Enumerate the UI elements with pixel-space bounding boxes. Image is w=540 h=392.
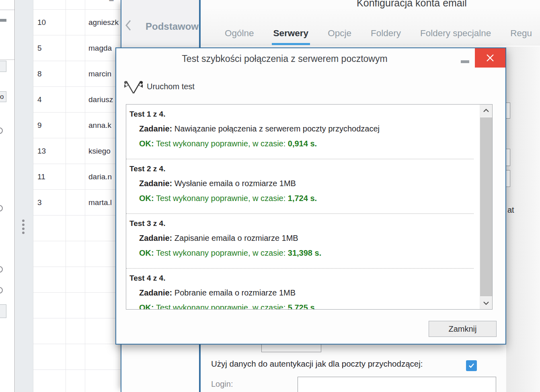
x-icon (485, 53, 495, 63)
tab[interactable]: Opcje (328, 28, 351, 45)
row-spacer-cell (66, 113, 85, 138)
speed-test-dialog: Test szybkości połączenia z serwerem poc… (115, 47, 506, 345)
left-fragment-radio-icon (0, 287, 3, 293)
left-fragment-radio-icon (0, 127, 3, 134)
row-drag-handle-icon[interactable] (22, 220, 25, 234)
row-id-cell (33, 370, 66, 392)
test-header: Test 2 z 4. (129, 164, 474, 173)
row-id-cell: 8 (33, 61, 66, 86)
test-results-list: Test 1 z 4. Zadanie: Nawiązanie połączen… (126, 104, 493, 310)
dialog-title: Test szybkości połączenia z serwerem poc… (116, 53, 453, 64)
row-spacer-cell (66, 318, 85, 344)
test-task-line: Zadanie: Nawiązanie połączenia z serwere… (139, 124, 474, 133)
tab-bar: Ogólne Serwery Opcje Foldery Foldery spe… (201, 9, 540, 45)
run-test-label: Uruchom test (147, 82, 195, 91)
test-result-item: Test 3 z 4. Zadanie: Zapisanie emaila o … (126, 214, 474, 269)
auth-checkbox-label: Użyj danych do autentykacji jak dla pocz… (211, 359, 423, 369)
checkered-flags-icon (124, 77, 143, 96)
checkmark-icon (468, 362, 475, 369)
row-id-cell: 3 (33, 190, 66, 215)
row-spacer-cell (66, 293, 85, 318)
test-ok-line: OK: Test wykonany poprawnie, w czasie: 5… (139, 303, 474, 310)
row-id-cell (33, 318, 66, 344)
hidden-input-edge (506, 103, 510, 119)
row-id-cell (33, 241, 66, 267)
tab[interactable]: Regu (510, 28, 532, 45)
hidden-input-edge (506, 149, 510, 166)
tab[interactable]: Ogólne (225, 28, 254, 45)
row-spacer-cell (66, 267, 85, 292)
test-result-item: Test 1 z 4. Zadanie: Nawiązanie połączen… (126, 105, 474, 159)
left-fragment-box: o (0, 91, 6, 102)
row-id-cell (33, 267, 66, 292)
row-spacer-cell (66, 35, 85, 61)
scrollbar-thumb[interactable] (480, 117, 492, 296)
row-id-cell: 2 (33, 0, 66, 9)
test-header: Test 4 z 4. (129, 273, 474, 283)
tab[interactable]: Serwery (273, 28, 309, 45)
back-chevron-icon[interactable] (125, 19, 133, 31)
row-id-cell: 10 (33, 10, 66, 35)
test-header: Test 3 z 4. (129, 219, 474, 228)
row-spacer-cell (66, 344, 85, 369)
scroll-down-icon[interactable] (480, 297, 492, 309)
scroll-up-icon[interactable] (480, 105, 492, 117)
panel-title: Podstawowe (146, 21, 200, 32)
close-button[interactable] (475, 48, 505, 68)
row-id-cell (33, 344, 66, 369)
test-header: Test 1 z 4. (129, 109, 474, 119)
left-fragment-line (0, 10, 14, 10)
left-fragment-box (0, 61, 6, 72)
row-id-cell: 5 (33, 35, 66, 61)
window-title: Konfiguracja konta email (357, 0, 467, 9)
login-input[interactable] (298, 377, 496, 392)
row-spacer-cell (66, 0, 85, 9)
row-id-cell: 11 (33, 164, 66, 189)
login-label: Login: (211, 380, 233, 389)
list-scrollbar[interactable] (480, 105, 492, 309)
row-id-cell: 9 (33, 113, 66, 138)
left-fragment-box (0, 304, 6, 318)
row-id-cell: 13 (33, 138, 66, 164)
test-task-line: Zadanie: Wysłanie emaila o rozmiarze 1MB (139, 179, 474, 188)
row-spacer-cell (66, 87, 85, 112)
left-fragment-dash (0, 19, 6, 22)
test-ok-line: OK: Test wykonany poprawnie, w czasie: 0… (139, 139, 474, 148)
row-spacer-cell (66, 138, 85, 164)
table-gutter (15, 0, 33, 392)
test-task-line: Zadanie: Pobranie emaila o rozmiarze 1MB (139, 288, 474, 298)
tab[interactable]: Foldery specjalne (420, 28, 491, 45)
test-ok-line: OK: Test wykonany poprawnie, w czasie: 1… (139, 194, 474, 203)
row-id-cell (33, 293, 66, 318)
test-result-item: Test 4 z 4. Zadanie: Pobranie emaila o r… (126, 269, 474, 310)
row-id-cell (33, 215, 66, 241)
test-task-line: Zadanie: Zapisanie emaila o rozmiarze 1M… (139, 234, 474, 243)
auth-checkbox[interactable] (466, 360, 477, 371)
row-spacer-cell (66, 164, 85, 189)
window-content-background (506, 47, 540, 392)
left-fragment-radio-icon (0, 266, 3, 273)
left-fragment-radio-icon (0, 205, 3, 211)
hidden-input-edge (506, 170, 510, 187)
row-id-cell: 4 (33, 87, 66, 112)
minimize-icon[interactable] (461, 60, 469, 63)
row-spacer-cell (66, 241, 85, 267)
zamknij-button[interactable]: Zamknij (429, 321, 497, 337)
test-result-item: Test 2 z 4. Zadanie: Wysłanie emaila o r… (126, 159, 474, 214)
row-spacer-cell (66, 215, 85, 241)
row-spacer-cell (66, 190, 85, 215)
row-spacer-cell (66, 61, 85, 86)
row-spacer-cell (66, 10, 85, 35)
tab[interactable]: Foldery (371, 28, 401, 45)
clipped-label-fragment: at (507, 205, 514, 215)
left-fragment-line (0, 60, 14, 60)
test-ok-line: OK: Test wykonany poprawnie, w czasie: 3… (139, 248, 474, 258)
row-spacer-cell (66, 370, 85, 392)
run-test-button[interactable]: Uruchom test (122, 76, 197, 96)
